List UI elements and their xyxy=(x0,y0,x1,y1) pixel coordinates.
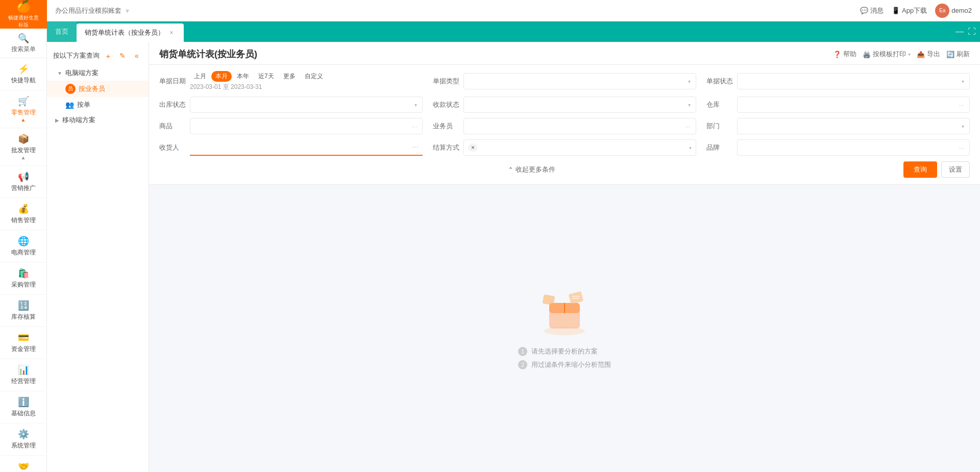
salesperson-control: ··· xyxy=(463,118,696,134)
sidebar-item-marketing[interactable]: 📢 营销推广 xyxy=(0,166,47,198)
export-icon: 📤 xyxy=(917,51,925,58)
print-action[interactable]: 🖨️ 按模板打印 ▾ xyxy=(863,50,911,59)
tree-pc-label: 电脑端方案 xyxy=(65,68,99,78)
help-action[interactable]: ❓ 帮助 xyxy=(833,50,856,59)
sidebar-item-ecommerce[interactable]: 🌐 电商管理 xyxy=(0,230,47,263)
filter-date-item: 单据日期 上月 本月 本年 近7天 更多 自定义 2023-03-01 至 20… xyxy=(159,71,423,91)
payment-select[interactable]: ▾ xyxy=(463,97,696,113)
salesperson-dots[interactable]: ··· xyxy=(463,118,696,134)
sidebar-item-basic[interactable]: ℹ️ 基础信息 xyxy=(0,391,47,423)
payment-label: 收款状态 xyxy=(433,100,459,109)
tree-mobile-scheme[interactable]: ▶ 移动端方案 xyxy=(47,112,149,128)
logo-icon: 🍊 xyxy=(16,0,30,13)
sidebar-item-quicknav[interactable]: ⚡ 快捷导航 xyxy=(0,58,47,90)
date-recent7-btn[interactable]: 近7天 xyxy=(254,71,278,82)
print-dropdown-icon[interactable]: ▾ xyxy=(908,52,911,57)
sidebar-search-item[interactable]: 🔍 搜索菜单 xyxy=(0,29,47,58)
settlement-arrow[interactable]: ▾ xyxy=(689,145,692,151)
topbar: 办公用品行业模拟账套 ▾ 💬 消息 📱 App下载 Ea demo2 xyxy=(47,0,980,21)
export-action[interactable]: 📤 导出 xyxy=(917,50,940,59)
receiver-label: 收货人 xyxy=(159,143,186,152)
minimize-tab-icon[interactable]: — xyxy=(955,27,964,36)
sidebar-item-system[interactable]: ⚙️ 系统管理 xyxy=(0,423,47,456)
department-select[interactable]: ▾ xyxy=(737,118,970,134)
dropdown-icon[interactable]: ▾ xyxy=(126,7,129,15)
svg-rect-7 xyxy=(543,294,555,305)
system-icon: ⚙️ xyxy=(18,429,29,440)
app-download-label: App下载 xyxy=(902,6,927,15)
date-curr-year-btn[interactable]: 本年 xyxy=(233,71,253,82)
message-btn[interactable]: 💬 消息 xyxy=(860,6,884,15)
sidebar-item-operations[interactable]: 📊 经营管理 xyxy=(0,359,47,391)
system-label: 系统管理 xyxy=(11,441,36,450)
tree-child-salesperson[interactable]: 员 按业务员 xyxy=(47,81,149,97)
inventory-label: 库存核算 xyxy=(11,313,36,321)
tab-home[interactable]: 首页 xyxy=(47,21,77,42)
wholesale-icon: 📦 xyxy=(18,133,29,145)
receiver-dots-icon[interactable]: ··· xyxy=(412,143,419,152)
sidebar-item-purchase[interactable]: 🛍️ 采购管理 xyxy=(0,263,47,295)
salesperson-label: 业务员 xyxy=(433,122,459,131)
settlement-tag-control[interactable]: × ▾ xyxy=(463,139,696,156)
settlement-tag-close[interactable]: × xyxy=(471,144,475,151)
left-panel-actions: + ✎ « xyxy=(103,50,142,61)
date-custom-btn[interactable]: 自定义 xyxy=(301,71,327,82)
collapse-panel-icon[interactable]: « xyxy=(131,50,142,61)
filter-goods-item: 商品 ··· xyxy=(159,118,423,134)
edit-scheme-icon[interactable]: ✎ xyxy=(117,50,128,61)
inventory-icon: 🔢 xyxy=(18,300,29,311)
tab-close-icon[interactable]: × xyxy=(167,29,176,37)
retail-icon: 🛒 xyxy=(18,96,29,107)
tree-child-order[interactable]: 👥 按单 xyxy=(47,97,149,112)
brand-dots[interactable]: ··· xyxy=(737,139,970,156)
finance-icon: 💳 xyxy=(18,332,29,343)
doctype-select[interactable]: ▾ xyxy=(463,73,696,89)
docstatus-arrow: ▾ xyxy=(962,79,964,84)
child-salesperson-label: 按业务员 xyxy=(79,84,105,93)
docstatus-control: ▾ xyxy=(737,73,970,89)
tab-actions: — ⛶ xyxy=(955,27,980,36)
filter-warehouse-item: 仓库 ··· xyxy=(706,97,970,113)
query-btn[interactable]: 查询 xyxy=(903,161,937,178)
docstatus-select[interactable]: ▾ xyxy=(737,73,970,89)
sidebar-item-finance[interactable]: 💳 资金管理 xyxy=(0,327,47,359)
goods-dots[interactable]: ··· xyxy=(190,118,423,134)
warehouse-dots[interactable]: ··· xyxy=(737,97,970,113)
doctype-arrow: ▾ xyxy=(688,79,691,84)
sidebar-item-cooperation[interactable]: 🤝 企业协同 xyxy=(0,456,47,472)
quicknav-label: 快捷导航 xyxy=(11,76,36,85)
add-scheme-icon[interactable]: + xyxy=(103,50,114,61)
sidebar-item-inventory[interactable]: 🔢 库存核算 xyxy=(0,295,47,327)
filter-outstatus-item: 出库状态 ▾ xyxy=(159,97,423,113)
tip-1-text: 请先选择要分析的方案 xyxy=(531,347,598,356)
app-download-btn[interactable]: 📱 App下载 xyxy=(892,6,927,15)
user-avatar-area[interactable]: Ea demo2 xyxy=(935,4,972,18)
tree-mobile-label: 移动端方案 xyxy=(62,115,95,125)
receiver-input[interactable] xyxy=(194,144,412,151)
sidebar-item-wholesale[interactable]: 📦 批发管理 ▲ xyxy=(0,128,47,166)
maximize-tab-icon[interactable]: ⛶ xyxy=(968,27,976,36)
refresh-action[interactable]: 🔄 刷新 xyxy=(946,50,970,59)
collapse-btn[interactable]: ⌃ 收起更多条件 xyxy=(508,161,555,178)
active-tab-label: 销货单统计表（按业务员） xyxy=(85,28,164,37)
page-content: 按以下方案查询 + ✎ « ▼ 电脑端方案 员 按业务员 👥 按单 xyxy=(47,42,980,472)
ecommerce-label: 电商管理 xyxy=(11,248,36,257)
tab-sales-stats[interactable]: 销货单统计表（按业务员） × xyxy=(77,23,184,42)
sidebar-item-retail[interactable]: 🛒 零售管理 ▲ xyxy=(0,90,47,128)
date-curr-month-btn[interactable]: 本月 xyxy=(211,71,232,82)
topbar-right: 💬 消息 📱 App下载 Ea demo2 xyxy=(860,4,972,18)
settings-btn[interactable]: 设置 xyxy=(941,161,970,178)
tree-expand-icon: ▼ xyxy=(57,70,62,76)
department-label: 部门 xyxy=(706,122,733,131)
date-prev-month-btn[interactable]: 上月 xyxy=(190,71,210,82)
logo[interactable]: 🍊 畅捷通好生意 标版 xyxy=(0,0,47,29)
tab-bar: 首页 销货单统计表（按业务员） × — ⛶ xyxy=(47,21,980,42)
date-more-btn[interactable]: 更多 xyxy=(279,71,300,82)
warehouse-dots-icon: ··· xyxy=(959,101,964,109)
username-label: demo2 xyxy=(951,7,972,14)
tree-pc-scheme[interactable]: ▼ 电脑端方案 xyxy=(47,65,149,81)
sidebar-item-sales[interactable]: 💰 销售管理 xyxy=(0,198,47,230)
outstatus-select[interactable]: ▾ xyxy=(190,97,423,113)
empty-tip-1: 1 请先选择要分析的方案 xyxy=(518,347,611,356)
tip-2-num: 2 xyxy=(518,360,527,369)
